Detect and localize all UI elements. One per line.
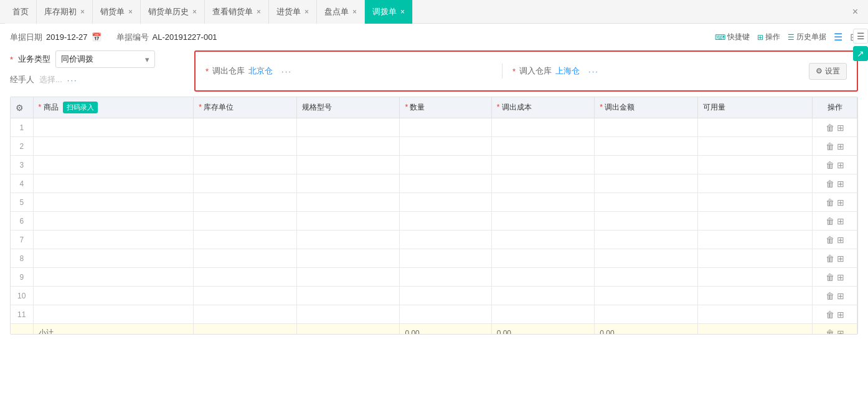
tab-sales-history[interactable]: 销货单历史 ×: [141, 0, 205, 24]
cell-cost[interactable]: [491, 137, 595, 156]
cell-available[interactable]: [697, 118, 812, 137]
subtotal-icon1[interactable]: 🗑: [826, 328, 834, 335]
cell-qty[interactable]: [400, 118, 491, 137]
cell-cost[interactable]: [491, 118, 595, 137]
copy-row-icon[interactable]: ⊞: [837, 235, 844, 245]
cell-cost[interactable]: [491, 212, 595, 231]
cell-qty[interactable]: [400, 193, 491, 212]
cell-cost[interactable]: [491, 174, 595, 193]
delete-row-icon[interactable]: 🗑: [826, 254, 834, 264]
cell-product[interactable]: [33, 118, 194, 137]
delete-row-icon[interactable]: 🗑: [826, 235, 834, 245]
copy-row-icon[interactable]: ⊞: [837, 179, 844, 189]
column-settings-icon[interactable]: ⚙: [16, 103, 24, 113]
cell-spec[interactable]: [296, 268, 400, 287]
cell-qty[interactable]: [400, 137, 491, 156]
cell-product[interactable]: [33, 137, 194, 156]
delete-row-icon[interactable]: 🗑: [826, 198, 834, 207]
table-scroll-area[interactable]: ⚙ * 商品 扫码录入 * 库存单位 规格型号: [11, 97, 857, 334]
tab-close-purchase-order[interactable]: ×: [304, 7, 309, 16]
business-type-select[interactable]: 同价调拨 ▾: [55, 50, 155, 68]
copy-row-icon[interactable]: ⊞: [837, 141, 844, 151]
tab-inventory-init[interactable]: 库存期初 ×: [37, 0, 93, 24]
cell-product[interactable]: [33, 305, 194, 324]
delete-row-icon[interactable]: 🗑: [826, 160, 834, 170]
cell-amount[interactable]: [595, 287, 698, 305]
cell-amount[interactable]: [595, 118, 698, 137]
tab-close-view-sales[interactable]: ×: [257, 7, 261, 16]
cell-amount[interactable]: [595, 249, 698, 268]
cell-available[interactable]: [697, 231, 812, 249]
tab-inventory-check[interactable]: 盘点单 ×: [317, 0, 365, 24]
transfer-out-value[interactable]: 北京仓: [248, 65, 273, 77]
cell-available[interactable]: [697, 156, 812, 174]
cell-amount[interactable]: [595, 156, 698, 174]
tab-view-sales[interactable]: 查看销货单 ×: [205, 0, 269, 24]
list-view-btn[interactable]: ☰: [834, 31, 842, 43]
cell-qty[interactable]: [400, 268, 491, 287]
copy-row-icon[interactable]: ⊞: [837, 291, 844, 301]
tab-purchase-order[interactable]: 进货单 ×: [269, 0, 317, 24]
cell-available[interactable]: [697, 212, 812, 231]
cell-spec[interactable]: [296, 287, 400, 305]
person-placeholder[interactable]: 选择...: [39, 74, 62, 85]
cell-unit[interactable]: [194, 268, 297, 287]
close-all-tabs[interactable]: ×: [847, 6, 863, 17]
tab-sales-order[interactable]: 销货单 ×: [93, 0, 141, 24]
cell-qty[interactable]: [400, 249, 491, 268]
shortcut-key-btn[interactable]: ⌨ 快捷键: [715, 32, 750, 42]
cell-available[interactable]: [697, 137, 812, 156]
cell-product[interactable]: [33, 231, 194, 249]
right-panel-list-btn[interactable]: ☰: [853, 29, 868, 44]
cell-spec[interactable]: [296, 231, 400, 249]
delete-row-icon[interactable]: 🗑: [826, 179, 834, 189]
cell-amount[interactable]: [595, 268, 698, 287]
cell-qty[interactable]: [400, 231, 491, 249]
tab-close-inventory-check[interactable]: ×: [352, 7, 357, 16]
cell-qty[interactable]: [400, 174, 491, 193]
cell-spec[interactable]: [296, 156, 400, 174]
transfer-out-more-icon[interactable]: ···: [281, 67, 292, 76]
cell-cost[interactable]: [491, 287, 595, 305]
cell-spec[interactable]: [296, 305, 400, 324]
cell-unit[interactable]: [194, 249, 297, 268]
operations-btn[interactable]: ⊞ 操作: [757, 32, 780, 42]
cell-spec[interactable]: [296, 193, 400, 212]
cell-product[interactable]: [33, 212, 194, 231]
tab-close-sales-history[interactable]: ×: [192, 7, 197, 16]
cell-cost[interactable]: [491, 231, 595, 249]
copy-row-icon[interactable]: ⊞: [837, 198, 844, 207]
cell-spec[interactable]: [296, 212, 400, 231]
right-panel-export-btn[interactable]: ↗: [853, 46, 868, 61]
cell-amount[interactable]: [595, 212, 698, 231]
cell-unit[interactable]: [194, 212, 297, 231]
cell-product[interactable]: [33, 249, 194, 268]
cell-available[interactable]: [697, 305, 812, 324]
cell-spec[interactable]: [296, 118, 400, 137]
tab-close-sales-order[interactable]: ×: [128, 7, 133, 16]
cell-amount[interactable]: [595, 137, 698, 156]
copy-row-icon[interactable]: ⊞: [837, 254, 844, 264]
cell-product[interactable]: [33, 193, 194, 212]
cell-unit[interactable]: [194, 137, 297, 156]
cell-amount[interactable]: [595, 305, 698, 324]
copy-row-icon[interactable]: ⊞: [837, 272, 844, 282]
history-btn[interactable]: ☰ 历史单据: [788, 32, 826, 42]
tab-close-inventory-init[interactable]: ×: [80, 7, 85, 16]
cell-unit[interactable]: [194, 156, 297, 174]
copy-row-icon[interactable]: ⊞: [837, 160, 844, 170]
cell-spec[interactable]: [296, 137, 400, 156]
cell-available[interactable]: [697, 249, 812, 268]
cell-qty[interactable]: [400, 305, 491, 324]
cell-amount[interactable]: [595, 193, 698, 212]
cell-available[interactable]: [697, 268, 812, 287]
delete-row-icon[interactable]: 🗑: [826, 272, 834, 282]
cell-cost[interactable]: [491, 193, 595, 212]
cell-available[interactable]: [697, 193, 812, 212]
cell-qty[interactable]: [400, 156, 491, 174]
cell-product[interactable]: [33, 268, 194, 287]
cell-amount[interactable]: [595, 231, 698, 249]
person-more-icon[interactable]: ···: [67, 75, 78, 85]
cell-unit[interactable]: [194, 118, 297, 137]
cell-unit[interactable]: [194, 174, 297, 193]
